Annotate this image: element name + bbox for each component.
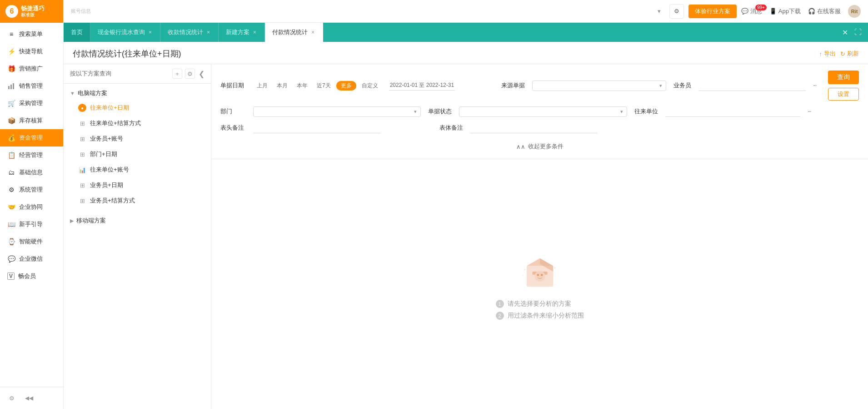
- date-range-input[interactable]: 2022-01-01 至 2022-12-31: [389, 81, 455, 91]
- scheme-item-unit-date[interactable]: ● 往来单位+日期: [64, 100, 211, 116]
- tab-home[interactable]: 首页: [64, 23, 90, 42]
- mobile-group-header[interactable]: ▶ 移动端方案: [64, 214, 211, 227]
- filter-row-2: 部门 ▾ 单据状态 ▾ 往来单位 ···: [220, 106, 859, 117]
- add-scheme-button[interactable]: +: [172, 69, 182, 79]
- app-download-button[interactable]: 📱 App下载: [769, 7, 801, 15]
- svg-point-12: [522, 275, 524, 276]
- tip-num-1: 1: [496, 300, 504, 308]
- left-panel-title: 按以下方案查询: [70, 70, 169, 78]
- svg-point-8: [537, 274, 539, 276]
- sidebar-item-enterprise[interactable]: 🤝 企业协同: [0, 198, 63, 216]
- scheme-settings-button[interactable]: ⚙: [185, 69, 195, 79]
- settings-button[interactable]: 设置: [828, 88, 859, 101]
- desktop-group-header[interactable]: ▼ 电脑端方案: [64, 86, 211, 100]
- filter-row-1: 单据日期 上月 本月 本年 近7天 更多 自定义 2022-01-01 至 20…: [220, 71, 859, 101]
- sidebar-item-sales[interactable]: 销售管理: [0, 77, 63, 95]
- tab-close-bank-flow[interactable]: ×: [148, 28, 153, 36]
- date-opt-this-year[interactable]: 本年: [293, 81, 311, 91]
- collapse-more-button[interactable]: ∧∧ 收起更多条件: [220, 139, 859, 152]
- purchase-icon: 🛒: [7, 99, 15, 107]
- scheme-actions: + ⚙: [172, 69, 195, 79]
- desktop-scheme-group: ▼ 电脑端方案 ● 往来单位+日期 ⊞ 往来单位+结算方式 ⊞ 业务员+: [64, 84, 211, 211]
- wechat-icon: 💬: [7, 255, 15, 263]
- query-button[interactable]: 查询: [828, 71, 859, 84]
- sales-icon: [7, 82, 15, 90]
- tab-close-payment-stats[interactable]: ×: [310, 28, 315, 36]
- header-gear-button[interactable]: ⚙: [669, 4, 684, 19]
- hardware-icon: ⌚: [7, 237, 15, 246]
- salesman-label: 业务员: [673, 81, 692, 90]
- sidebar-item-system[interactable]: ⚙ 系统管理: [0, 181, 63, 198]
- salesman-more-button[interactable]: ···: [813, 81, 816, 90]
- source-doc-select[interactable]: ▾: [532, 81, 666, 91]
- sidebar-item-capital[interactable]: 💰 资金管理: [0, 129, 63, 146]
- scheme-item-dept-date[interactable]: ⊞ 部门+日期: [64, 146, 211, 162]
- sidebar-item-hardware[interactable]: ⌚ 智能硬件: [0, 233, 63, 250]
- salesman-input[interactable]: [699, 80, 806, 91]
- active-scheme-icon: ●: [78, 104, 86, 112]
- logo-text: 畅捷通巧 标准版: [21, 5, 45, 18]
- refresh-icon: ↻: [840, 50, 845, 57]
- scheme-chart-icon: 📊: [78, 166, 86, 174]
- sidebar-item-guide[interactable]: 📖 新手引导: [0, 216, 63, 233]
- scheme-item-staff-settlement[interactable]: ⊞ 业务员+结算方式: [64, 193, 211, 208]
- tab-new-scheme[interactable]: 新建方案 ×: [219, 23, 265, 42]
- scheme-item-unit-settlement[interactable]: ⊞ 往来单位+结算方式: [64, 116, 211, 131]
- svg-rect-1: [10, 85, 12, 89]
- online-service-button[interactable]: 🎧 在线客服: [808, 7, 841, 15]
- scheme-item-staff-account[interactable]: ⊞ 业务员+账号: [64, 131, 211, 146]
- tabs-bar-right: ✕ ⛶: [836, 23, 868, 42]
- empty-illustration: [517, 249, 563, 294]
- sidebar-item-inventory[interactable]: 📦 库存核算: [0, 112, 63, 129]
- tab-close-receipt-stats[interactable]: ×: [206, 28, 211, 36]
- date-range-container: 2022-01-01 至 2022-12-31: [389, 81, 494, 91]
- footer-settings-button[interactable]: ⚙: [5, 392, 18, 404]
- svg-rect-2: [13, 83, 14, 89]
- quick-nav-icon: ⚡: [7, 47, 15, 56]
- date-opt-last-month[interactable]: 上月: [253, 81, 271, 91]
- tabs-bar: 首页 现金银行流水查询 × 收款情况统计 × 新建方案 × 付款情况统计 × ✕…: [64, 23, 868, 42]
- export-button[interactable]: ↑ 导出: [819, 50, 836, 58]
- header-dropdown-button[interactable]: ▾: [654, 6, 665, 17]
- sidebar-item-member[interactable]: V 畅会员: [0, 268, 63, 285]
- body-note-input[interactable]: [470, 122, 598, 133]
- sidebar-item-quick-nav[interactable]: ⚡ 快捷导航: [0, 43, 63, 60]
- guide-icon: 📖: [7, 220, 15, 228]
- date-opt-custom[interactable]: 自定义: [358, 81, 382, 91]
- tab-receipt-stats[interactable]: 收款情况统计 ×: [160, 23, 219, 42]
- scheme-item-staff-date[interactable]: ⊞ 业务员+日期: [64, 177, 211, 193]
- date-opt-7days[interactable]: 近7天: [313, 81, 334, 91]
- tab-maximize-button[interactable]: ⛶: [853, 27, 863, 37]
- sidebar-item-base-info[interactable]: 🗂 基础信息: [0, 164, 63, 181]
- notification-button[interactable]: 💬 消息 99+: [741, 7, 762, 15]
- sidebar-item-search-menu[interactable]: ≡ 搜索菜单: [0, 25, 63, 43]
- sidebar-item-purchase[interactable]: 🛒 采购管理: [0, 95, 63, 112]
- partner-input[interactable]: [665, 106, 800, 117]
- main-area: 账号信息 ▾ ⚙ 体验行业方案 💬 消息 99+ 📱 App下载 🎧 在线客服 …: [64, 0, 868, 409]
- user-avatar[interactable]: Rit: [848, 5, 861, 18]
- tab-bank-flow[interactable]: 现金银行流水查询 ×: [90, 23, 160, 42]
- sidebar-item-wechat[interactable]: 💬 企业微信: [0, 250, 63, 268]
- partner-more-button[interactable]: ···: [808, 107, 811, 116]
- footer-collapse-button[interactable]: ◀◀: [23, 392, 35, 404]
- empty-tips: 1 请先选择要分析的方案 2 用过滤条件来缩小分析范围: [496, 300, 584, 320]
- dept-select[interactable]: ▾: [253, 106, 421, 117]
- collapse-icon: ∧∧: [516, 143, 525, 150]
- date-opt-more[interactable]: 更多: [336, 81, 356, 91]
- collapse-panel-button[interactable]: ❮: [199, 70, 205, 78]
- tab-payment-stats[interactable]: 付款情况统计 ×: [265, 23, 323, 42]
- date-opt-this-month[interactable]: 本月: [273, 81, 291, 91]
- trial-button[interactable]: 体验行业方案: [688, 5, 737, 18]
- tab-close-new-scheme[interactable]: ×: [252, 28, 257, 36]
- empty-state: 1 请先选择要分析的方案 2 用过滤条件来缩小分析范围: [211, 159, 868, 409]
- sidebar: 6 畅捷通巧 标准版 ≡ 搜索菜单 ⚡ 快捷导航 🎁 营销推广 销售管理 🛒 采…: [0, 0, 64, 409]
- sidebar-item-marketing[interactable]: 🎁 营销推广: [0, 60, 63, 77]
- refresh-button[interactable]: ↻ 刷新: [840, 50, 859, 58]
- sidebar-item-operation[interactable]: 📋 经营管理: [0, 146, 63, 164]
- scheme-item-unit-account[interactable]: 📊 往来单位+账号: [64, 162, 211, 177]
- header-note-input[interactable]: [253, 122, 380, 133]
- page-title: 付款情况统计(往来单位+日期): [73, 48, 181, 59]
- doc-status-select[interactable]: ▾: [459, 106, 627, 117]
- tab-close-all-button[interactable]: ✕: [840, 27, 850, 38]
- partner-label: 往来单位: [634, 107, 658, 116]
